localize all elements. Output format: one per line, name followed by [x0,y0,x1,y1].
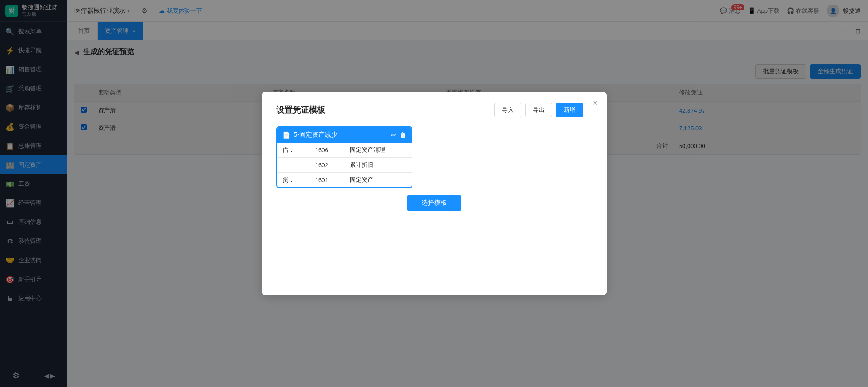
template-entry-row: 1602 累计折旧 [277,158,412,173]
modal-toolbar: 导入 导出 新增 [494,103,583,117]
entry1-account: 固定资产清理 [344,143,411,158]
entry3-direction: 贷： [277,173,310,188]
entry2-code: 1602 [310,158,344,173]
new-btn[interactable]: 新增 [556,103,583,117]
template-body: 借： 1606 固定资产清理 1602 累计折旧 贷： [277,143,412,187]
modal-content: 📄 5-固定资产减少 ✏ 🗑 借： 1606 固 [276,126,592,281]
entry2-account: 累计折旧 [344,158,411,173]
template-card-header: 📄 5-固定资产减少 ✏ 🗑 [277,127,412,143]
modal-close-btn[interactable]: × [593,99,598,107]
template-edit-btn[interactable]: ✏ [391,131,396,139]
template-card-actions: ✏ 🗑 [391,131,406,139]
template-doc-icon: 📄 [283,131,290,139]
export-btn[interactable]: 导出 [525,103,552,117]
entry2-direction [277,158,310,173]
entry1-code: 1606 [310,143,344,158]
template-card: 📄 5-固定资产减少 ✏ 🗑 借： 1606 固 [276,126,412,188]
voucher-template-modal: 设置凭证模板 导入 导出 新增 × 📄 5-固定资产减少 ✏ 🗑 [262,92,607,295]
template-id-name: 5-固定资产减少 [294,131,337,139]
entry3-code: 1601 [310,173,344,188]
select-template-btn[interactable]: 选择模板 [407,195,461,211]
entry1-direction: 借： [277,143,310,158]
template-card-title: 📄 5-固定资产减少 [283,131,337,139]
import-btn[interactable]: 导入 [494,103,521,117]
entry3-account: 固定资产 [344,173,411,188]
modal-overlay: 设置凭证模板 导入 导出 新增 × 📄 5-固定资产减少 ✏ 🗑 [0,0,868,387]
select-template-btn-wrap: 选择模板 [276,195,592,211]
template-delete-btn[interactable]: 🗑 [400,131,406,139]
template-entry-row: 借： 1606 固定资产清理 [277,143,412,158]
template-entry-row: 贷： 1601 固定资产 [277,173,412,188]
